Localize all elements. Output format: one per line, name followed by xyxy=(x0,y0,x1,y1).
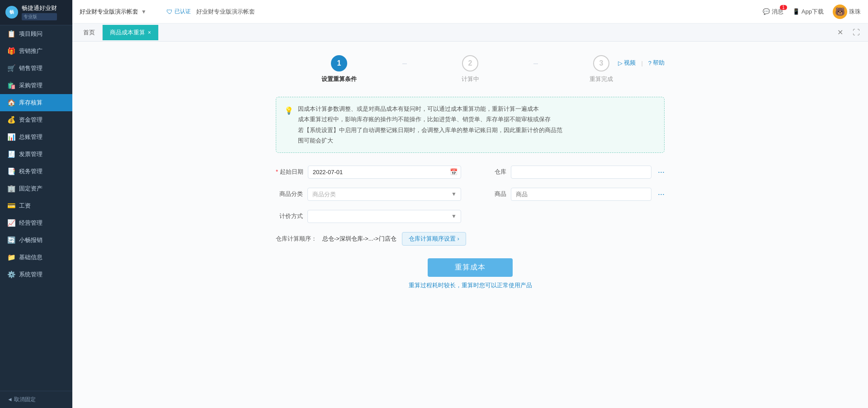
warehouse-order-value: 总仓->深圳仓库->...->门店仓 xyxy=(322,235,396,243)
sidebar-item-label: 营销推广 xyxy=(19,47,42,55)
warehouse-more-button[interactable]: ··· xyxy=(658,167,665,177)
steps-indicator: 1 设置重算条件 2 计算中 3 重算完成 xyxy=(276,55,665,83)
step3-label: 重算完成 xyxy=(590,75,613,83)
assets-icon: 🏢 xyxy=(7,185,15,193)
warehouse-input-wrap xyxy=(511,166,651,179)
sidebar-item-assets[interactable]: 🏢 固定资产 xyxy=(0,180,72,197)
sidebar-item-label: 系统管理 xyxy=(19,270,42,279)
sidebar-item-label: 采购管理 xyxy=(19,81,42,90)
sidebar-item-basic[interactable]: 📁 基础信息 xyxy=(0,249,72,266)
user-avatar[interactable]: 🐻 珠珠 xyxy=(833,5,861,19)
topbar-verified-badge: 🛡 已认证 xyxy=(166,8,191,15)
sidebar-item-expense[interactable]: 🔄 小畅报销 xyxy=(0,232,72,249)
sidebar-edition: 专业版 xyxy=(22,13,57,20)
start-date-input[interactable] xyxy=(308,166,461,179)
sidebar-item-accounting[interactable]: 📊 总账管理 xyxy=(0,128,72,146)
message-badge: 1 xyxy=(780,5,787,10)
avatar-image: 🐻 xyxy=(833,5,847,19)
sidebar-item-project[interactable]: 📋 项目顾问 xyxy=(0,25,72,43)
sidebar-logo: 畅 xyxy=(5,6,18,19)
tab-cost-recalc[interactable]: 商品成本重算 × xyxy=(103,25,159,40)
sidebar-item-finance[interactable]: 💰 资金管理 xyxy=(0,111,72,128)
sidebar-item-salary[interactable]: 💳 工资 xyxy=(0,197,72,214)
goods-input[interactable] xyxy=(511,188,651,201)
info-box: 💡 因成本计算参数调整、或是对商品成本有疑问时，可以通过成本重算功能，重新计算一… xyxy=(276,97,665,153)
warehouse-field: 仓库 ··· xyxy=(479,166,665,179)
category-select-wrap: 商品分类 ▼ xyxy=(307,188,461,201)
accounting-icon: 📊 xyxy=(7,133,15,141)
category-label: 商品分类 xyxy=(276,190,303,198)
goods-more-button[interactable]: ··· xyxy=(658,190,665,199)
warehouse-order-label: 仓库计算顺序： xyxy=(276,235,317,243)
sidebar-item-invoice[interactable]: 🧾 发票管理 xyxy=(0,146,72,163)
sidebar-item-label: 税务管理 xyxy=(19,167,42,176)
sidebar-item-operation[interactable]: 📈 经营管理 xyxy=(0,214,72,232)
sidebar-nav: 📋 项目顾问 🎁 营销推广 🛒 销售管理 🛍️ 采购管理 🏠 库存核算 💰 资金… xyxy=(0,25,72,391)
info-text: 因成本计算参数调整、或是对商品成本有疑问时，可以通过成本重算功能，重新计算一遍成… xyxy=(298,104,562,146)
expense-icon: 🔄 xyxy=(7,236,15,244)
form-row-date-warehouse: 起始日期 📅 仓库 ··· xyxy=(276,166,665,179)
tab-close-button[interactable]: × xyxy=(148,29,151,36)
sidebar-item-sales[interactable]: 🛒 销售管理 xyxy=(0,60,72,77)
sidebar-unpin-button[interactable]: ◄ 取消固定 xyxy=(0,391,72,408)
sales-icon: 🛒 xyxy=(7,64,15,72)
recalc-section: 重算成本 重算过程耗时较长，重算时您可以正常使用产品 xyxy=(276,258,665,289)
sidebar-item-label: 总账管理 xyxy=(19,133,42,141)
content-area: 1 设置重算条件 2 计算中 3 重算完成 xyxy=(72,42,868,408)
dropdown-arrow-icon: ▼ xyxy=(141,9,146,15)
operation-icon: 📈 xyxy=(7,219,15,227)
sidebar-item-inventory[interactable]: 🏠 库存核算 xyxy=(0,94,72,111)
sidebar-item-tax[interactable]: 📑 税务管理 xyxy=(0,163,72,180)
step1-circle: 1 xyxy=(331,55,347,71)
start-date-label: 起始日期 xyxy=(276,168,303,176)
form-row-price-method: 计价方式 ▼ xyxy=(276,210,665,223)
help-link[interactable]: ? 帮助 xyxy=(648,59,665,67)
sidebar-item-label: 经营管理 xyxy=(19,219,42,227)
app-download-button[interactable]: 📱 App下载 xyxy=(793,8,824,16)
tab-close-icon[interactable]: ✕ xyxy=(834,26,846,39)
step2-circle: 2 xyxy=(462,55,478,71)
tab-home[interactable]: 首页 xyxy=(76,25,103,40)
sidebar: 畅 畅捷通好业财 专业版 📋 项目顾问 🎁 营销推广 🛒 销售管理 🛍️ 采购管… xyxy=(0,0,72,408)
category-select[interactable]: 商品分类 xyxy=(307,188,461,201)
form-section: 1 设置重算条件 2 计算中 3 重算完成 xyxy=(276,55,665,289)
play-icon: ▷ xyxy=(618,60,623,66)
goods-label: 商品 xyxy=(479,190,506,198)
sidebar-item-label: 库存核算 xyxy=(19,99,42,107)
topbar-actions: 💬 消息 1 📱 App下载 🐻 珠珠 xyxy=(763,5,861,19)
step-2: 2 计算中 xyxy=(407,55,533,83)
step-line-2 xyxy=(533,63,538,64)
salary-icon: 💳 xyxy=(7,202,15,210)
step-line-1 xyxy=(402,63,407,64)
price-method-select[interactable] xyxy=(307,210,461,223)
sidebar-item-marketing[interactable]: 🎁 营销推广 xyxy=(0,43,72,60)
sidebar-header: 畅 畅捷通好业财 专业版 xyxy=(0,0,72,25)
system-icon: ⚙️ xyxy=(7,270,15,279)
warehouse-order-setting-button[interactable]: 仓库计算顺序设置 › xyxy=(402,232,466,246)
recalc-hint: 重算过程耗时较长，重算时您可以正常使用产品 xyxy=(409,281,532,289)
purchase-icon: 🛍️ xyxy=(7,81,15,90)
sidebar-item-label: 小畅报销 xyxy=(19,236,42,244)
goods-input-wrap xyxy=(511,188,651,201)
info-icon: 💡 xyxy=(284,104,293,146)
project-icon: 📋 xyxy=(7,30,15,38)
steps-help-links: ▷ 视频 | ? 帮助 xyxy=(618,59,665,67)
step2-label: 计算中 xyxy=(462,75,479,83)
arrow-right-icon: › xyxy=(458,235,459,242)
sidebar-item-label: 基础信息 xyxy=(19,253,42,261)
tabs-right-buttons: ✕ ⛶ xyxy=(828,26,868,39)
warehouse-input[interactable] xyxy=(511,166,651,179)
message-button[interactable]: 💬 消息 1 xyxy=(763,8,783,16)
message-icon: 💬 xyxy=(763,8,770,15)
calendar-icon[interactable]: 📅 xyxy=(450,168,458,176)
topbar-account-selector[interactable]: 好业财专业版演示帐套 ▼ xyxy=(80,8,161,16)
sidebar-title: 畅捷通好业财 xyxy=(22,5,57,12)
video-link[interactable]: ▷ 视频 xyxy=(618,59,636,67)
sidebar-item-label: 发票管理 xyxy=(19,150,42,158)
help-icon: ? xyxy=(648,60,651,66)
sidebar-item-system[interactable]: ⚙️ 系统管理 xyxy=(0,266,72,283)
recalc-button[interactable]: 重算成本 xyxy=(428,258,513,277)
tab-expand-icon[interactable]: ⛶ xyxy=(850,26,863,39)
sidebar-item-purchase[interactable]: 🛍️ 采购管理 xyxy=(0,77,72,94)
sidebar-item-label: 项目顾问 xyxy=(19,30,42,38)
